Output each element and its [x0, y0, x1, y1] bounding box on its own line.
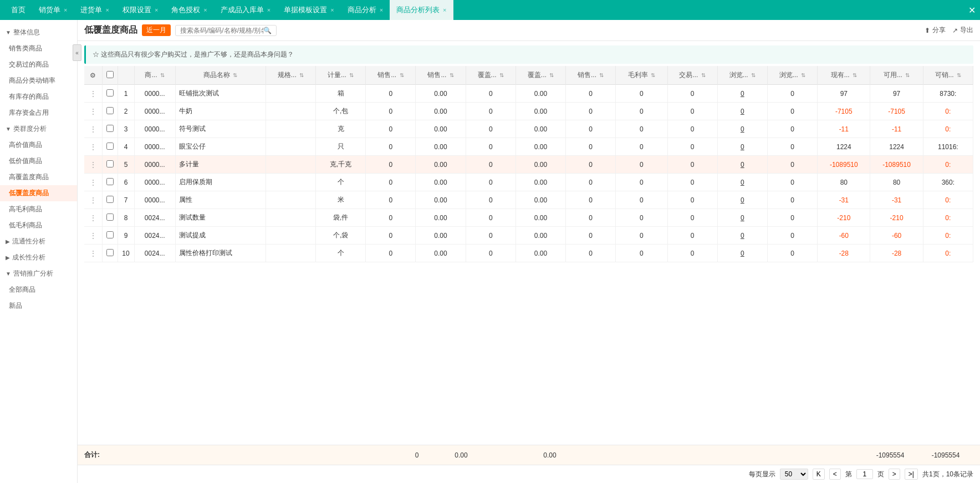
cell-checkbox[interactable] [102, 103, 118, 120]
row-checkbox[interactable] [106, 196, 114, 203]
cell-browse1[interactable]: 0 [717, 245, 767, 262]
export-button[interactable]: ↗ 导出 [952, 26, 973, 35]
cell-checkbox[interactable] [102, 174, 118, 191]
sidebar-section-overall[interactable]: ▼ 整体信息 [0, 24, 77, 40]
cell-checkbox[interactable] [102, 227, 118, 245]
cell-settings[interactable]: ⋮ [84, 209, 102, 227]
close-permissions-tab[interactable]: × [155, 7, 158, 13]
cell-settings[interactable]: ⋮ [84, 245, 102, 262]
sidebar-section-liquidity[interactable]: ▶ 流通性分析 [0, 233, 77, 250]
cell-settings[interactable]: ⋮ [84, 227, 102, 245]
cell-browse1[interactable]: 0 [717, 209, 767, 227]
cell-checkbox[interactable] [102, 85, 118, 103]
sidebar-section-cluster[interactable]: ▼ 类群度分析 [0, 121, 77, 137]
cell-settings[interactable]: ⋮ [84, 156, 102, 174]
th-trans[interactable]: 交易... ⇅ [667, 66, 717, 85]
nav-tab-roles[interactable]: 角色授权 × [165, 0, 213, 20]
th-code[interactable]: 商... ⇅ [134, 66, 175, 85]
row-checkbox[interactable] [106, 249, 114, 256]
cell-browse1[interactable]: 0 [717, 227, 767, 245]
row-checkbox[interactable] [106, 213, 114, 221]
nav-tab-purchase[interactable]: 进货单 × [74, 0, 115, 20]
close-roles-tab[interactable]: × [203, 7, 207, 13]
sidebar-item-new-products[interactable]: 新品 [0, 298, 77, 314]
sidebar-item-high-coverage[interactable]: 高覆盖度商品 [0, 169, 77, 185]
close-window-btn[interactable]: ✕ [968, 5, 976, 16]
sidebar-item-low-coverage[interactable]: 低覆盖度商品 [0, 185, 77, 201]
row-checkbox[interactable] [106, 89, 114, 96]
th-checkbox[interactable] [102, 66, 118, 85]
nav-tab-analysis[interactable]: 商品分析 × [341, 0, 390, 20]
row-checkbox[interactable] [106, 178, 114, 185]
page-input[interactable] [856, 469, 873, 479]
nav-tab-permissions[interactable]: 权限设置 × [116, 0, 165, 20]
cell-checkbox[interactable] [102, 138, 118, 156]
nav-tab-sales[interactable]: 销货单 × [32, 0, 74, 20]
cell-browse1[interactable]: 0 [717, 103, 767, 120]
th-cover1[interactable]: 覆盖... ⇅ [466, 66, 515, 85]
cell-settings[interactable]: ⋮ [84, 174, 102, 191]
next-page-btn[interactable]: > [889, 469, 900, 480]
th-sales1[interactable]: 销售... ⇅ [366, 66, 416, 85]
th-salesamt[interactable]: 销售... ⇅ [566, 66, 616, 85]
sidebar-item-sales-products[interactable]: 销售类商品 [0, 40, 77, 57]
close-analysis-tab[interactable]: × [380, 7, 383, 13]
cell-checkbox[interactable] [102, 209, 118, 227]
nav-tab-template[interactable]: 单据模板设置 × [277, 0, 340, 20]
sidebar-section-growth[interactable]: ▶ 成长性分析 [0, 250, 77, 266]
per-page-select[interactable]: 50 20 100 [780, 469, 808, 480]
cell-checkbox[interactable] [102, 156, 118, 174]
first-page-btn[interactable]: K [813, 469, 825, 480]
cell-checkbox[interactable] [102, 191, 118, 209]
cell-settings[interactable]: ⋮ [84, 138, 102, 156]
close-sales-tab[interactable]: × [64, 7, 67, 13]
sidebar-item-in-stock[interactable]: 有库存的商品 [0, 89, 77, 105]
sidebar-item-stock-capital[interactable]: 库存资金占用 [0, 105, 77, 121]
prev-page-btn[interactable]: < [829, 469, 841, 480]
row-checkbox[interactable] [106, 231, 114, 238]
sidebar-item-low-profit[interactable]: 低毛利商品 [0, 217, 77, 233]
sidebar-item-high-value[interactable]: 高价值商品 [0, 137, 77, 153]
row-checkbox[interactable] [106, 125, 114, 132]
sidebar-item-high-profit[interactable]: 高毛利商品 [0, 201, 77, 217]
sidebar-section-marketing[interactable]: ▼ 营销推广分析 [0, 266, 77, 282]
period-button[interactable]: 近一月 [142, 24, 171, 36]
cell-checkbox[interactable] [102, 245, 118, 262]
th-spec[interactable]: 规格... ⇅ [266, 66, 315, 85]
cell-settings[interactable]: ⋮ [84, 120, 102, 138]
cell-settings[interactable]: ⋮ [84, 191, 102, 209]
select-all-checkbox[interactable] [106, 71, 114, 78]
cell-settings[interactable]: ⋮ [84, 103, 102, 120]
close-analysis-list-tab[interactable]: × [443, 7, 446, 13]
sidebar-item-category-rate[interactable]: 商品分类动销率 [0, 73, 77, 89]
cell-browse1[interactable]: 0 [717, 191, 767, 209]
cell-settings[interactable]: ⋮ [84, 85, 102, 103]
th-unit[interactable]: 计量... ⇅ [316, 66, 366, 85]
th-sellable[interactable]: 可销... ⇅ [923, 66, 973, 85]
search-icon[interactable]: 🔍 [263, 27, 272, 34]
nav-tab-analysis-list[interactable]: 商品分析列表 × [390, 0, 453, 20]
cell-browse1[interactable]: 0 [717, 174, 767, 191]
sidebar-item-low-value[interactable]: 低价值商品 [0, 153, 77, 169]
cell-browse1[interactable]: 0 [717, 156, 767, 174]
th-sales2[interactable]: 销售... ⇅ [416, 66, 466, 85]
sidebar-item-all-products[interactable]: 全部商品 [0, 282, 77, 298]
th-browse1[interactable]: 浏览... ⇅ [717, 66, 767, 85]
close-warehouse-tab[interactable]: × [267, 7, 270, 13]
share-button[interactable]: ⬆ 分享 [925, 26, 946, 35]
close-purchase-tab[interactable]: × [105, 7, 109, 13]
close-template-tab[interactable]: × [330, 7, 334, 13]
th-name[interactable]: 商品名称 ⇅ [175, 66, 266, 85]
row-checkbox[interactable] [106, 107, 114, 114]
nav-tab-home[interactable]: 首页 [4, 0, 32, 20]
sidebar-collapse-btn[interactable]: « [73, 44, 81, 61]
cell-browse1[interactable]: 0 [717, 120, 767, 138]
row-checkbox[interactable] [106, 143, 114, 150]
last-page-btn[interactable]: >| [905, 469, 918, 480]
th-available[interactable]: 可用... ⇅ [870, 66, 923, 85]
cell-browse1[interactable]: 0 [717, 85, 767, 103]
search-input[interactable] [180, 27, 263, 34]
th-grossrate[interactable]: 毛利率 ⇅ [616, 66, 667, 85]
cell-browse1[interactable]: 0 [717, 138, 767, 156]
nav-tab-warehouse[interactable]: 产成品入库单 × [214, 0, 277, 20]
